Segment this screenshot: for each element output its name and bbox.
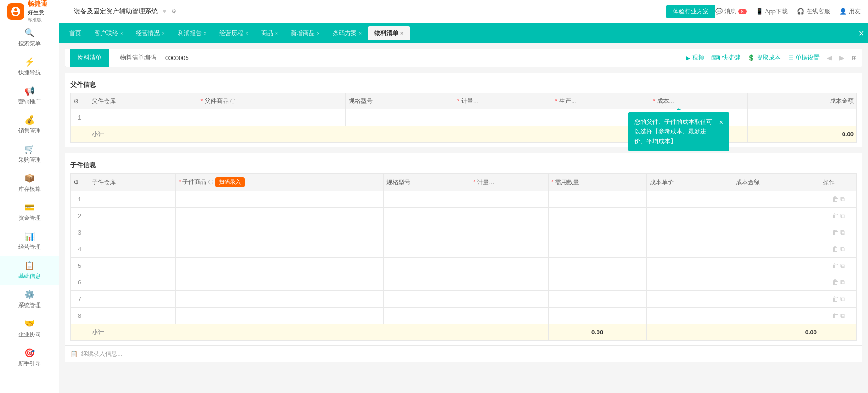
sidebar-item-operations[interactable]: 📊 经营管理	[0, 227, 59, 256]
tab-customer[interactable]: 客户联络 ×	[88, 26, 129, 40]
child-row-6: 6 🗑⧉	[71, 274, 857, 291]
tooltip-close-btn[interactable]: ×	[719, 117, 723, 127]
parent-subtotal: 小计 0.00 0.00	[71, 126, 857, 143]
child-subtotal: 小计 0.00 0.00	[71, 324, 857, 341]
sidebar-item-basic-info[interactable]: 📋 基础信息	[0, 256, 59, 285]
sidebar-item-search[interactable]: 🔍 搜索菜单	[0, 23, 59, 52]
app-download-btn[interactable]: 📱 App下载	[756, 7, 788, 16]
copy-row-6[interactable]: ⧉	[840, 278, 845, 286]
child-table: ⚙ 子件仓库 * 子件商品 ⓘ 扫码录入 规格型号 * 计量...	[70, 173, 857, 341]
tab-bom[interactable]: 物料清单 ×	[368, 26, 410, 40]
parent-settings-col[interactable]: ⚙	[71, 93, 89, 109]
sidebar-item-enterprise[interactable]: 🤝 企业协同	[0, 314, 59, 343]
delete-row-5[interactable]: 🗑	[832, 262, 838, 270]
prev-arrow[interactable]: ◀	[827, 54, 832, 61]
copy-row-2[interactable]: ⧉	[840, 212, 845, 220]
bom-code-tab[interactable]: 物料清单编码	[113, 49, 163, 67]
child-qty-1[interactable]	[548, 191, 646, 208]
purchase-icon: 🛒	[24, 144, 35, 154]
child-product-1[interactable]	[175, 191, 383, 208]
copy-row-1[interactable]: ⧉	[840, 195, 845, 203]
parent-product-1[interactable]	[198, 109, 345, 126]
child-unit-cost-col: 成本单价	[646, 174, 733, 191]
guide-icon: 🎯	[24, 348, 35, 358]
child-spec-col: 规格型号	[384, 174, 470, 191]
shortcut-btn[interactable]: ⌨ 快捷键	[711, 54, 740, 62]
child-qty-col: * 需用数量	[548, 174, 646, 191]
tab-new-product[interactable]: 新增商品 ×	[284, 26, 326, 40]
copy-row-7[interactable]: ⧉	[840, 295, 845, 303]
logo-icon	[7, 3, 24, 20]
tab-profit[interactable]: 利润报告 ×	[171, 26, 213, 40]
child-action-col: 操作	[820, 174, 857, 191]
sidebar-item-guide[interactable]: 🎯 新手引导	[0, 343, 59, 372]
parent-produce-col: * 生产...	[552, 93, 650, 109]
finance-icon: 💳	[24, 202, 35, 212]
copy-row-5[interactable]: ⧉	[840, 262, 845, 270]
marketing-icon: 📢	[24, 86, 35, 96]
child-row-8: 8 🗑⧉	[71, 308, 857, 324]
tab-products[interactable]: 商品 ×	[255, 26, 284, 40]
child-row-5: 5 🗑⧉	[71, 258, 857, 274]
parent-warehouse-1[interactable]	[89, 109, 198, 126]
sidebar-item-quicknav[interactable]: ⚡ 快捷导航	[0, 52, 59, 81]
system-title: 装备及固定资产辅助管理系统 ▼ ⚙	[66, 7, 666, 16]
tab-operations[interactable]: 经营情况 ×	[129, 26, 171, 40]
tab-history[interactable]: 经营历程 ×	[213, 26, 254, 40]
view-btn[interactable]: ▶ 视频	[686, 54, 704, 62]
user-menu[interactable]: 👤 用友	[839, 7, 861, 16]
main-content: 物料清单 物料清单编码 0000005 ▶ 视频 ⌨ 快捷键 💲	[59, 43, 868, 393]
scan-input-btn[interactable]: 扫码录入	[215, 177, 245, 187]
child-row-1: 1 🗑⧉	[71, 191, 857, 208]
copy-row-8[interactable]: ⧉	[840, 312, 845, 320]
inventory-icon: 📦	[24, 173, 35, 183]
delete-row-2[interactable]: 🗑	[832, 212, 838, 220]
parent-spec-col: 规格型号	[345, 93, 454, 109]
bom-list-tab[interactable]: 物料清单	[70, 49, 109, 67]
messages-btn[interactable]: 💬 消息 6	[715, 7, 747, 16]
tab-home[interactable]: 首页	[63, 26, 88, 40]
tab-barcode[interactable]: 条码方案 ×	[326, 26, 368, 40]
child-subtotal-qty: 0.00	[548, 324, 646, 341]
sidebar-item-finance[interactable]: 💳 资金管理	[0, 198, 59, 227]
child-row-3: 3 🗑⧉	[71, 224, 857, 241]
delete-row-6[interactable]: 🗑	[832, 278, 838, 286]
parent-row-1: 1	[71, 109, 857, 126]
parent-uom-1[interactable]	[454, 109, 552, 126]
child-spec-1[interactable]	[384, 191, 470, 208]
expand-icon[interactable]: ⊞	[852, 54, 857, 61]
delete-row-8[interactable]: 🗑	[832, 312, 838, 320]
child-amount-col: 成本金额	[733, 174, 820, 191]
cost-tooltip: × 您的父件、子件的成本取值可以选择【参考成本、最新进价、平均成本】	[628, 112, 729, 151]
sidebar-item-system[interactable]: ⚙️ 系统管理	[0, 285, 59, 314]
next-arrow[interactable]: ▶	[839, 54, 844, 61]
bom-code-value: 0000005	[163, 50, 191, 66]
copy-row-3[interactable]: ⧉	[840, 229, 845, 236]
delete-row-4[interactable]: 🗑	[832, 245, 838, 253]
sidebar-item-sales[interactable]: 💰 销售管理	[0, 110, 59, 139]
child-uom-1[interactable]	[470, 191, 548, 208]
parent-subtotal-amount: 0.00	[748, 126, 857, 143]
sales-icon: 💰	[24, 115, 35, 125]
close-all-tabs[interactable]: ✕	[858, 29, 864, 38]
online-service-btn[interactable]: 🎧 在线客服	[797, 7, 830, 16]
child-warehouse-1[interactable]	[89, 191, 176, 208]
sidebar-item-inventory[interactable]: 📦 库存核算	[0, 169, 59, 198]
parent-spec-1[interactable]	[345, 109, 454, 126]
basic-info-icon: 📋	[24, 260, 35, 271]
experience-btn[interactable]: 体验行业方案	[666, 5, 715, 18]
single-settings-btn[interactable]: ☰ 单据设置	[788, 54, 820, 62]
child-unit-cost-1[interactable]	[646, 191, 733, 208]
parent-uom-col: * 计量...	[454, 93, 552, 109]
delete-row-7[interactable]: 🗑	[832, 295, 838, 303]
delete-row-3[interactable]: 🗑	[832, 229, 838, 236]
parent-amount-1[interactable]	[748, 109, 857, 126]
child-section: 子件信息 ⚙ 子件仓库 * 子件商品 ⓘ 扫码录入	[65, 153, 862, 345]
sidebar-item-marketing[interactable]: 📢 营销推广	[0, 81, 59, 110]
delete-row-1[interactable]: 🗑	[832, 195, 838, 203]
copy-row-4[interactable]: ⧉	[840, 245, 845, 253]
extract-cost-btn[interactable]: 💲 提取成本	[747, 54, 781, 62]
sidebar-item-purchase[interactable]: 🛒 采购管理	[0, 139, 59, 169]
child-settings-col[interactable]: ⚙	[71, 174, 89, 191]
child-amount-1[interactable]	[733, 191, 820, 208]
